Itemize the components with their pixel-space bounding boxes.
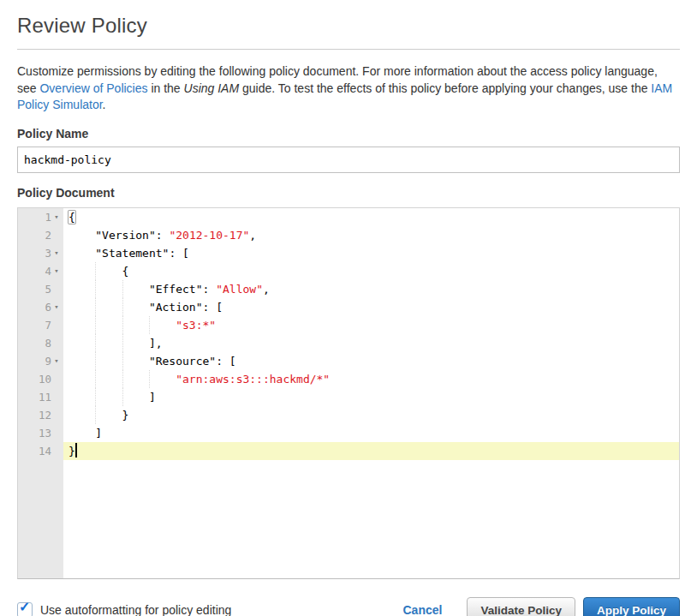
code-line[interactable]: 9▾"Resource": [: [18, 352, 679, 370]
indent-guide: [69, 334, 95, 352]
gutter-cell[interactable]: 2: [18, 226, 63, 244]
fold-arrow-icon[interactable]: ▾: [51, 262, 62, 280]
code-token: ],: [149, 337, 163, 350]
validate-policy-button[interactable]: Validate Policy: [467, 597, 575, 616]
checkmark-icon: ✓: [19, 600, 30, 615]
line-number: 11: [39, 388, 51, 406]
code-line[interactable]: 10"arn:aws:s3:::hackmd/*": [18, 370, 679, 388]
code-line[interactable]: 8],: [18, 334, 679, 352]
gutter-cell[interactable]: 8: [18, 334, 63, 352]
indent-guide: [122, 352, 149, 370]
indent-guide: [95, 298, 122, 316]
code-token: }: [69, 445, 75, 458]
code-line[interactable]: 12}: [18, 406, 679, 424]
apply-policy-button[interactable]: Apply Policy: [583, 597, 680, 616]
cancel-link[interactable]: Cancel: [403, 603, 443, 616]
indent-guide: [95, 370, 122, 388]
code-content: ]: [63, 424, 679, 442]
autoformat-option: ✓ Use autoformatting for policy editing: [17, 602, 231, 616]
gutter-cell[interactable]: 10: [18, 370, 63, 388]
line-number: 2: [45, 226, 51, 244]
fold-arrow-icon[interactable]: ▾: [51, 298, 62, 316]
code-line[interactable]: 14}: [18, 442, 679, 460]
code-content: "Resource": [: [63, 352, 679, 370]
overview-of-policies-link[interactable]: Overview of Policies: [39, 81, 147, 95]
fold-arrow-icon[interactable]: ▾: [51, 352, 62, 370]
code-content: ]: [63, 388, 679, 406]
code-token: "arn:aws:s3:::hackmd/*": [176, 373, 330, 386]
intro-text: Customize permissions by editing the fol…: [17, 63, 680, 114]
fold-arrow-icon[interactable]: ▾: [51, 208, 62, 226]
policy-name-input[interactable]: [17, 147, 680, 173]
code-line[interactable]: 5"Effect": "Allow",: [18, 280, 679, 298]
action-buttons: Cancel Validate Policy Apply Policy: [403, 597, 681, 616]
code-token: }: [122, 409, 129, 422]
code-line[interactable]: 13]: [18, 424, 679, 442]
indent-guide: [69, 388, 95, 406]
code-content: }: [63, 406, 679, 424]
code-content: ],: [63, 334, 679, 352]
text-cursor: [75, 443, 77, 458]
code-token: : [: [216, 355, 235, 368]
code-line[interactable]: 6▾"Action": [: [18, 298, 679, 316]
code-content: {: [63, 208, 679, 226]
code-token: "Resource": [149, 355, 216, 368]
gutter-cell[interactable]: 4▾: [18, 262, 63, 280]
code-line[interactable]: 4▾{: [18, 262, 679, 280]
indent-guide: [122, 370, 149, 388]
line-number: 5: [45, 280, 51, 298]
indent-guide: [122, 388, 149, 406]
indent-guide: [95, 406, 122, 424]
indent-guide: [122, 334, 149, 352]
indent-guide: [69, 280, 95, 298]
indent-guide: [122, 316, 149, 334]
code-line[interactable]: 11]: [18, 388, 679, 406]
autoformat-checkbox[interactable]: ✓: [17, 602, 33, 616]
code-content: "Version": "2012-10-17",: [63, 226, 679, 244]
code-content: "arn:aws:s3:::hackmd/*": [63, 370, 679, 388]
gutter-cell[interactable]: 12: [18, 406, 63, 424]
gutter-cell[interactable]: 9▾: [18, 352, 63, 370]
gutter-cell[interactable]: 1▾: [18, 208, 63, 226]
code-token: : [: [203, 301, 223, 314]
code-token: ,: [263, 283, 270, 296]
indent-guide: [95, 352, 122, 370]
indent-guide: [69, 406, 95, 424]
indent-guide: [69, 370, 95, 388]
gutter-cell[interactable]: 13: [18, 424, 63, 442]
intro-italic-text: Using IAM: [184, 81, 240, 95]
gutter-cell[interactable]: 3▾: [18, 244, 63, 262]
code-token: ,: [249, 229, 256, 242]
policy-name-label: Policy Name: [17, 127, 680, 141]
code-token: "Allow": [216, 283, 263, 296]
code-content: "s3:*": [63, 316, 679, 334]
gutter-cell[interactable]: 14: [18, 442, 63, 460]
autoformat-label: Use autoformatting for policy editing: [40, 603, 231, 616]
fold-arrow-icon[interactable]: ▾: [51, 244, 62, 262]
line-number: 12: [39, 406, 51, 424]
code-token: : [: [169, 247, 188, 260]
code-token: "2012-10-17": [169, 229, 249, 242]
code-line[interactable]: 2"Version": "2012-10-17",: [18, 226, 679, 244]
line-number: 13: [39, 424, 51, 442]
gutter-cell[interactable]: 7: [18, 316, 63, 334]
code-token: :: [203, 283, 217, 296]
code-content: }: [63, 442, 679, 460]
code-token: ]: [149, 391, 156, 404]
footer-bar: ✓ Use autoformatting for policy editing …: [17, 597, 680, 616]
gutter-cell[interactable]: 6▾: [18, 298, 63, 316]
gutter-cell[interactable]: 11: [18, 388, 63, 406]
code-line[interactable]: 7"s3:*": [18, 316, 679, 334]
indent-guide: [69, 316, 95, 334]
code-line[interactable]: 1▾{: [18, 208, 679, 226]
code-lines: 1▾{2"Version": "2012-10-17",3▾"Statement…: [18, 208, 679, 460]
indent-guide: [69, 352, 95, 370]
policy-editor[interactable]: 1▾{2"Version": "2012-10-17",3▾"Statement…: [17, 207, 680, 579]
code-token: {: [69, 211, 75, 224]
indent-guide: [69, 424, 95, 442]
code-token: "Statement": [95, 247, 169, 260]
code-line[interactable]: 3▾"Statement": [: [18, 244, 679, 262]
code-token: "s3:*": [176, 319, 216, 332]
line-number: 4: [45, 262, 51, 280]
gutter-cell[interactable]: 5: [18, 280, 63, 298]
